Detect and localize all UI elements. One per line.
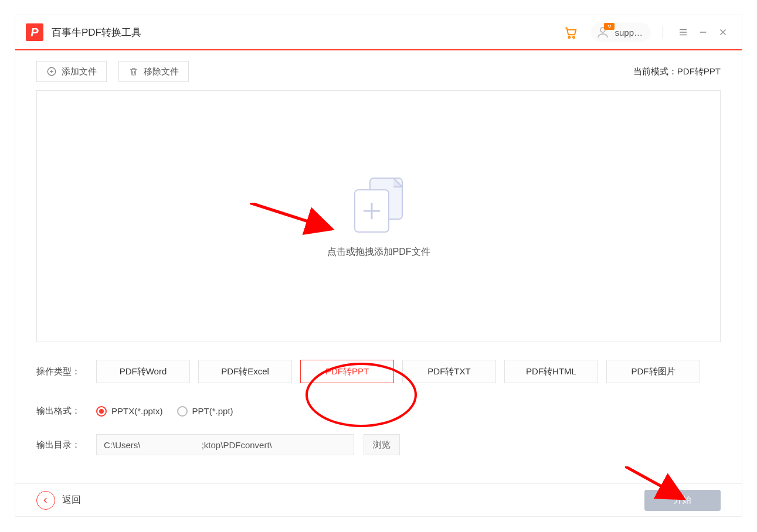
output-format-label: 输出格式： (36, 405, 87, 417)
radio-dot-icon (96, 406, 107, 417)
vip-badge-icon: V (604, 23, 615, 30)
arrow-left-icon (36, 491, 55, 510)
radio-label: PPT(*.ppt) (192, 406, 233, 416)
cart-icon[interactable] (562, 23, 579, 41)
plus-circle-icon (46, 66, 57, 77)
title-bar: P 百事牛PDF转换工具 V supp… (15, 15, 742, 50)
operation-type-label: 操作类型： (36, 366, 87, 377)
radio-label: PPTX(*.pptx) (111, 406, 163, 416)
remove-file-button[interactable]: 移除文件 (118, 61, 189, 82)
output-format-radio-1[interactable]: PPT(*.ppt) (177, 406, 233, 417)
file-drop-area[interactable]: 点击或拖拽添加PDF文件 (36, 90, 721, 342)
add-file-label: 添加文件 (62, 66, 97, 77)
add-file-button[interactable]: 添加文件 (36, 61, 107, 82)
app-title: 百事牛PDF转换工具 (52, 26, 141, 39)
mode-prefix: 当前模式： (633, 66, 677, 76)
current-mode: 当前模式：PDF转PPT (633, 66, 721, 77)
app-logo-icon: P (26, 23, 43, 41)
minimize-button[interactable] (695, 24, 711, 40)
add-file-icon (347, 175, 411, 233)
user-name: supp… (615, 28, 643, 37)
output-dir-input[interactable] (96, 434, 354, 455)
close-button[interactable] (715, 24, 731, 40)
toolbar: 添加文件 移除文件 当前模式：PDF转PPT (15, 50, 742, 82)
user-account[interactable]: V supp… (591, 23, 651, 42)
separator (663, 26, 663, 39)
svg-point-1 (573, 36, 575, 38)
operation-type-0[interactable]: PDF转Word (96, 360, 190, 383)
menu-icon[interactable] (675, 24, 691, 40)
output-format-radio-0[interactable]: PPTX(*.pptx) (96, 406, 163, 417)
svg-point-0 (569, 36, 571, 38)
mode-value: PDF转PPT (677, 66, 721, 76)
operation-type-1[interactable]: PDF转Excel (198, 360, 292, 383)
operation-type-4[interactable]: PDF转HTML (504, 360, 598, 383)
operation-type-group: PDF转WordPDF转ExcelPDF转PPTPDF转TXTPDF转HTMLP… (96, 360, 700, 383)
output-format-group: PPTX(*.pptx)PPT(*.ppt) (96, 406, 247, 417)
user-avatar-icon: V (596, 25, 610, 39)
remove-file-label: 移除文件 (144, 66, 179, 77)
browse-button[interactable]: 浏览 (364, 434, 400, 455)
back-label: 返回 (62, 494, 81, 506)
operation-type-2[interactable]: PDF转PPT (300, 360, 394, 383)
operation-type-3[interactable]: PDF转TXT (402, 360, 496, 383)
output-dir-label: 输出目录： (36, 439, 87, 451)
operation-type-5[interactable]: PDF转图片 (606, 360, 700, 383)
drop-hint: 点击或拖拽添加PDF文件 (327, 246, 430, 258)
back-button[interactable]: 返回 (36, 491, 81, 510)
trash-icon (128, 66, 139, 77)
footer-bar: 返回 开始 (15, 483, 742, 516)
radio-dot-icon (177, 406, 188, 417)
start-button[interactable]: 开始 (644, 490, 721, 511)
